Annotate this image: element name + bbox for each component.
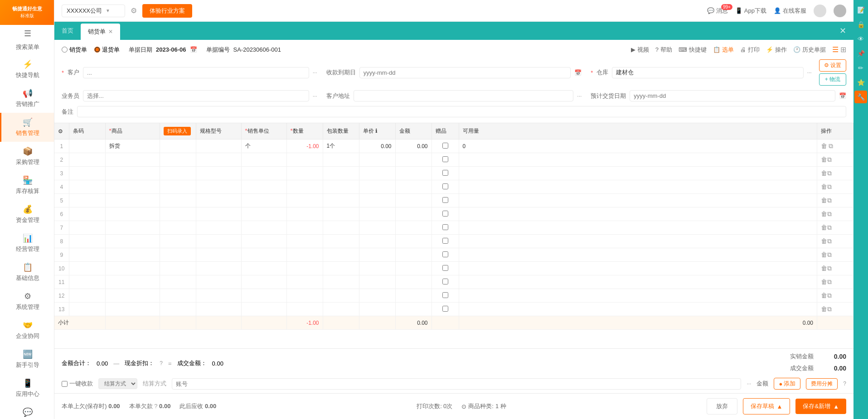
expected-date-picker-icon[interactable]: 📅 <box>839 92 846 99</box>
delete-row-10[interactable]: 🗑 <box>821 265 827 272</box>
sidebar-item-marketing[interactable]: 📢 营销推广 <box>0 84 54 113</box>
help-btn[interactable]: ? 帮助 <box>655 46 672 54</box>
expense-split-btn[interactable]: 费用分摊 <box>806 378 838 390</box>
user-avatar[interactable] <box>814 5 826 17</box>
logistics-button[interactable]: + 物流 <box>819 73 846 86</box>
discount-info-icon[interactable]: ? <box>160 360 163 366</box>
messages-button[interactable]: 💬 消息 99+ <box>707 7 728 15</box>
right-icon-7[interactable]: 🔧 <box>854 91 867 103</box>
delete-row-1[interactable]: 🗑 <box>821 142 827 149</box>
gift-checkbox-7[interactable] <box>442 224 448 230</box>
salesperson-input[interactable] <box>83 90 309 101</box>
sale-order-radio[interactable]: 销货单 <box>62 46 87 54</box>
gift-checkbox-11[interactable] <box>442 279 448 284</box>
sidebar-item-basic[interactable]: 📋 基础信息 <box>0 258 54 287</box>
right-icon-5[interactable]: ✏ <box>854 62 867 74</box>
settle-method-select[interactable]: 结算方式 <box>98 378 137 389</box>
barcode-1[interactable] <box>69 140 105 153</box>
app-download-button[interactable]: 📱 App下载 <box>735 7 766 15</box>
spec-1[interactable] <box>160 140 196 153</box>
delete-row-12[interactable]: 🗑 <box>821 292 827 299</box>
operate-btn[interactable]: ⚡ 操作 <box>766 46 787 54</box>
copy-row-1[interactable]: ⧉ <box>829 142 833 149</box>
total-owed-info[interactable]: ? <box>154 403 157 409</box>
copy-row-12[interactable]: ⧉ <box>827 292 832 299</box>
copy-row-11[interactable]: ⧉ <box>827 278 832 285</box>
delete-row-5[interactable]: 🗑 <box>821 197 827 204</box>
copy-row-2[interactable]: ⧉ <box>827 156 832 163</box>
sidebar-item-quicknav[interactable]: ⚡ 快捷导航 <box>0 55 54 84</box>
col-settings[interactable]: ⚙ <box>54 123 69 140</box>
product-1[interactable]: 拆货 <box>105 140 160 153</box>
tab-sale-order[interactable]: 销货单 ✕ <box>81 24 120 40</box>
gift-checkbox-1[interactable] <box>442 143 448 149</box>
customer-addr-input[interactable] <box>354 90 574 101</box>
remarks-input[interactable] <box>77 106 846 117</box>
tab-close-icon[interactable]: ✕ <box>108 29 113 35</box>
video-btn[interactable]: ▶ 视频 <box>631 46 649 54</box>
unit-1[interactable]: 个 <box>241 140 286 153</box>
customer-input[interactable] <box>83 67 309 78</box>
sale-radio-input[interactable] <box>62 47 68 53</box>
sidebar-item-system[interactable]: ⚙ 系统管理 <box>0 287 54 316</box>
bank-more-btn[interactable]: ··· <box>747 380 751 387</box>
sidebar-item-finance[interactable]: 💰 资金管理 <box>0 200 54 229</box>
warehouse-more-btn[interactable]: ··· <box>807 69 812 76</box>
sidebar-item-appstore[interactable]: 📱 应用中心 <box>0 374 54 403</box>
expected-date-input[interactable] <box>630 90 835 101</box>
delete-row-7[interactable]: 🗑 <box>821 224 827 231</box>
delete-row-2[interactable]: 🗑 <box>821 156 827 163</box>
user-avatar2[interactable] <box>834 5 846 17</box>
gift-checkbox-6[interactable] <box>442 211 448 217</box>
delete-row-13[interactable]: 🗑 <box>821 305 827 313</box>
delete-row-9[interactable]: 🗑 <box>821 251 827 258</box>
sidebar-item-search[interactable]: ☰ 搜索菜单 <box>0 25 54 55</box>
copy-row-7[interactable]: ⧉ <box>827 224 832 231</box>
gift-checkbox-4[interactable] <box>442 183 448 189</box>
spec-extra-1[interactable] <box>196 140 241 153</box>
right-icon-3[interactable]: 👁 <box>854 33 867 45</box>
price-1[interactable]: 0.00 <box>359 140 395 153</box>
copy-row-10[interactable]: ⧉ <box>827 265 832 272</box>
copy-row-4[interactable]: ⧉ <box>827 183 832 190</box>
due-date-input[interactable] <box>359 67 571 78</box>
right-icon-2[interactable]: 🔒 <box>854 18 867 31</box>
return-radio-input[interactable] <box>94 47 100 53</box>
delete-row-3[interactable]: 🗑 <box>821 169 827 177</box>
add-payment-btn[interactable]: ● 添加 <box>774 378 800 390</box>
sidebar-item-inventory[interactable]: 🏪 库存核算 <box>0 171 54 200</box>
copy-row-8[interactable]: ⧉ <box>827 237 832 245</box>
date-picker-icon[interactable]: 📅 <box>190 46 197 53</box>
copy-row-6[interactable]: ⧉ <box>827 210 832 217</box>
warehouse-input[interactable] <box>612 67 803 78</box>
gift-checkbox-10[interactable] <box>442 265 448 271</box>
setting-button[interactable]: ⚙ 设置 <box>819 59 846 72</box>
salesperson-more-btn[interactable]: ··· <box>313 93 317 99</box>
delete-row-11[interactable]: 🗑 <box>821 278 827 285</box>
gift-checkbox-3[interactable] <box>442 170 448 176</box>
print-btn[interactable]: 🖨 打印 <box>740 46 760 54</box>
topbar-settings-icon[interactable]: ⚙ <box>131 6 137 15</box>
scan-input-btn[interactable]: 扫码录入 <box>164 127 191 135</box>
copy-row-9[interactable]: ⧉ <box>827 251 832 258</box>
sidebar-item-purchase[interactable]: 📦 采购管理 <box>0 142 54 171</box>
save-new-button[interactable]: 保存&新增 ▲ <box>795 399 846 414</box>
gift-checkbox-9[interactable] <box>442 251 448 257</box>
tabbar-close-button[interactable]: ✕ <box>832 26 853 36</box>
gift-checkbox-13[interactable] <box>442 306 448 312</box>
delete-row-4[interactable]: 🗑 <box>821 183 827 190</box>
right-icon-4[interactable]: 📌 <box>854 47 867 60</box>
expense-help-icon[interactable]: ? <box>843 380 846 387</box>
sidebar-item-wechat[interactable]: 💬 企业微信 <box>0 403 54 419</box>
return-order-radio[interactable]: 退货单 <box>94 46 120 54</box>
gift-checkbox-2[interactable] <box>442 156 448 162</box>
sidebar-item-enterprise[interactable]: 🤝 企业协同 <box>0 316 54 345</box>
abandon-button[interactable]: 放弃 <box>707 398 737 414</box>
right-icon-1[interactable]: 📝 <box>854 4 867 16</box>
col-scan-btn[interactable]: 扫码录入 <box>160 123 196 140</box>
delete-row-6[interactable]: 🗑 <box>821 210 827 217</box>
trial-button[interactable]: 体验行业方案 <box>142 4 192 18</box>
due-date-picker-icon[interactable]: 📅 <box>574 69 582 76</box>
company-selector[interactable]: XXXXXX公司 ▼ <box>62 5 125 17</box>
customer-addr-more-btn[interactable]: ··· <box>577 93 582 99</box>
